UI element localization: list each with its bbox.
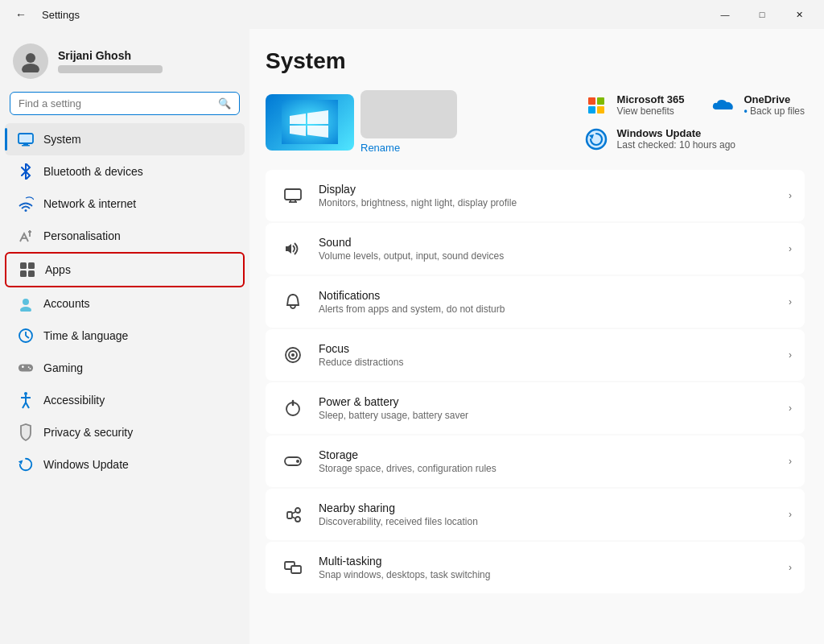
sidebar-item-network-label: Network & internet [43,197,136,210]
settings-item-focus[interactable]: Focus Reduce distractions › [266,329,805,381]
service-onedrive[interactable]: OneDrive • Back up files [710,93,805,118]
accounts-icon [18,295,34,312]
sidebar-item-bluetooth[interactable]: Bluetooth & devices [5,155,245,188]
svg-point-45 [295,508,300,513]
power-sub: Sleep, battery usage, battery saver [319,410,789,421]
display-sub: Monitors, brightness, night light, displ… [319,197,789,208]
search-box[interactable]: 🔍 [10,92,240,115]
sidebar-item-accessibility-label: Accessibility [43,394,105,407]
sidebar-item-gaming[interactable]: Gaming [5,352,245,384]
bluetooth-icon [18,163,34,180]
nearby-chevron: › [789,509,792,520]
svg-rect-3 [23,143,28,145]
sidebar-item-accessibility[interactable]: Accessibility [5,384,245,416]
svg-point-23 [24,392,27,395]
settings-item-storage[interactable]: Storage Storage space, drives, configura… [266,436,805,487]
rename-link[interactable]: Rename [360,142,457,154]
sound-title: Sound [319,236,789,249]
sidebar-item-apps[interactable]: Apps [5,252,245,287]
svg-point-0 [26,53,35,63]
nearby-icon [278,500,307,529]
close-button[interactable]: ✕ [781,0,818,29]
svg-point-22 [30,368,31,369]
power-chevron: › [789,402,792,414]
app-body: Srijani Ghosh 🔍 System [0,29,824,644]
maximize-button[interactable]: □ [744,0,781,29]
svg-rect-9 [20,262,27,269]
user-email-blurred [58,65,163,73]
sidebar-item-system-label: System [43,133,81,146]
display-chevron: › [789,190,792,201]
ms365-text: Microsoft 365 View benefits [617,93,685,117]
apps-icon [19,262,35,278]
svg-rect-2 [19,134,33,143]
device-thumbnail [266,94,354,151]
onedrive-icon [710,93,735,118]
settings-item-nearby[interactable]: Nearby sharing Discoverability, received… [266,489,805,540]
minimize-button[interactable]: — [707,0,744,29]
notifications-title: Notifications [319,289,789,302]
power-title: Power & battery [319,395,789,408]
svg-point-14 [20,307,31,312]
focus-chevron: › [789,349,792,361]
svg-rect-32 [285,189,301,200]
multitasking-chevron: › [789,562,792,573]
service-winupdate[interactable]: Windows Update Last checked: 10 hours ag… [583,126,805,152]
sidebar-item-accounts-label: Accounts [43,297,90,310]
sidebar-item-time[interactable]: Time & language [5,320,245,352]
display-title: Display [319,183,789,196]
sidebar-item-accounts[interactable]: Accounts [5,287,245,320]
personalisation-icon [18,228,34,244]
settings-item-power[interactable]: Power & battery Sleep, battery usage, ba… [266,382,805,434]
notifications-sub: Alerts from apps and system, do not dist… [319,303,789,315]
system-icon [18,131,34,147]
settings-item-multitasking[interactable]: Multi-tasking Snap windows, desktops, ta… [266,542,805,593]
focus-icon [278,341,307,369]
gaming-icon [18,360,34,376]
settings-item-sound[interactable]: Sound Volume levels, output, input, soun… [266,223,805,275]
sidebar-item-time-label: Time & language [43,329,128,342]
back-button[interactable]: ← [10,3,32,26]
storage-text: Storage Storage space, drives, configura… [319,448,789,474]
onedrive-text: OneDrive • Back up files [744,93,805,117]
ms365-icon [583,93,609,118]
main-content: System [249,29,824,644]
focus-title: Focus [319,342,789,355]
sidebar-item-system[interactable]: System [5,123,245,155]
storage-chevron: › [789,456,792,467]
avatar [13,43,48,79]
notifications-chevron: › [789,296,792,308]
user-section: Srijani Ghosh [0,35,249,92]
nearby-text: Nearby sharing Discoverability, received… [319,502,789,527]
winupdate-service-icon [583,126,609,152]
focus-sub: Reduce distractions [319,357,789,368]
titlebar-left: ← Settings [10,3,80,26]
svg-rect-10 [28,262,35,269]
time-icon [18,328,34,344]
service-row-top: Microsoft 365 View benefits OneDrive [583,93,805,118]
user-name: Srijani Ghosh [58,49,163,62]
power-text: Power & battery Sleep, battery usage, ba… [319,395,789,421]
app-title: Settings [42,9,80,21]
multitasking-sub: Snap windows, desktops, task switching [319,569,789,580]
storage-icon [278,447,307,476]
service-ms365[interactable]: Microsoft 365 View benefits [583,93,685,118]
sidebar-item-bluetooth-label: Bluetooth & devices [43,165,143,178]
privacy-icon [18,424,34,440]
svg-point-5 [25,209,27,212]
settings-item-notifications[interactable]: Notifications Alerts from apps and syste… [266,276,805,328]
svg-point-46 [295,517,300,522]
search-input[interactable] [19,97,213,109]
titlebar-controls: — □ ✕ [707,0,818,29]
sidebar-item-network[interactable]: Network & internet [5,188,245,220]
settings-item-display[interactable]: Display Monitors, brightness, night ligh… [266,170,805,221]
sound-chevron: › [789,243,792,254]
sidebar-item-privacy[interactable]: Privacy & security [5,416,245,448]
sidebar-item-personalisation[interactable]: Personalisation [5,220,245,252]
winupdate-service-text: Windows Update Last checked: 10 hours ag… [617,127,735,151]
svg-line-26 [23,402,26,408]
svg-point-13 [23,299,29,305]
storage-title: Storage [319,448,789,461]
sidebar-item-winupdate[interactable]: Windows Update [5,448,245,481]
svg-rect-12 [28,270,35,277]
